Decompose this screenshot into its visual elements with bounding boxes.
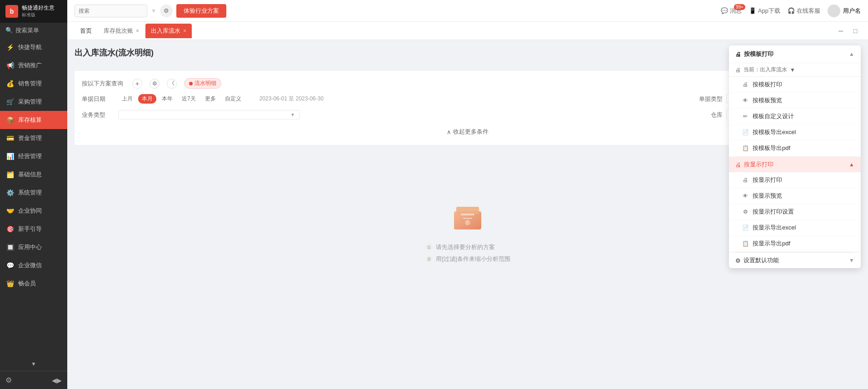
tab-flow-label: 出入库流水 <box>151 27 180 35</box>
sidebar-item-label: 畅会员 <box>18 279 36 288</box>
print-dropdown-up-arrow[interactable]: ▲ <box>849 51 854 57</box>
quick-nav-icon: ⚡ <box>5 43 15 52</box>
app-download-btn[interactable]: 📱 App下载 <box>749 7 780 15</box>
sidebar-item-business[interactable]: 📊 经营管理 <box>0 147 67 165</box>
sidebar-item-wechat[interactable]: 💬 企业微信 <box>0 256 67 274</box>
template-customize-icon: ✏ <box>742 113 749 120</box>
print-sub-icon: 🖨 <box>735 67 741 73</box>
sidebar-item-sales[interactable]: 💰 销售管理 <box>0 75 67 93</box>
topbar-search-input[interactable] <box>75 5 147 17</box>
industry-btn[interactable]: 体验行业方案 <box>176 4 226 18</box>
tip-item-1: ① 请先选择要分析的方案 <box>425 243 510 251</box>
display-settings-label: 按显示打印设置 <box>753 208 794 216</box>
sidebar-item-quick-nav[interactable]: ⚡ 快捷导航 <box>0 38 67 56</box>
filter-add-btn[interactable]: + <box>132 79 142 89</box>
filter-settings-btn[interactable]: ⚙ <box>150 79 160 89</box>
user-avatar <box>828 5 840 17</box>
message-btn[interactable]: 💬 消息 99+ <box>721 7 742 15</box>
tab-batch-close[interactable]: × <box>136 28 139 34</box>
settings-gear-icon: ⚙ <box>735 257 741 264</box>
doc-type-label: 单据类型 <box>699 95 723 103</box>
print-display-title: 🖨 按显示打印 <box>735 160 773 169</box>
print-current-arrow[interactable]: ▼ <box>790 67 795 73</box>
sidebar-item-appcenter[interactable]: 🔲 应用中心 <box>0 238 67 256</box>
business-type-select[interactable]: ▼ <box>118 110 300 120</box>
tab-batch-account[interactable]: 库存批次账 × <box>98 24 145 38</box>
print-display-excel-item[interactable]: 📄 按显示导出excel <box>729 220 861 236</box>
date-range: 2023-06-01 至 2023-06-30 <box>259 95 324 103</box>
display-preview-icon: 👁 <box>742 192 749 199</box>
display-section-arrow[interactable]: ▲ <box>849 161 854 168</box>
topbar-dropdown[interactable]: ▼ <box>151 8 156 14</box>
print-template-excel-item[interactable]: 📄 按模板导出excel <box>729 125 861 140</box>
print-display-preview-item[interactable]: 👁 按显示预览 <box>729 188 861 204</box>
template-preview-label: 按模板预览 <box>753 96 782 105</box>
print-current-text: 当前：出入库流水 <box>743 66 787 74</box>
sidebar-item-purchase[interactable]: 🛒 采购管理 <box>0 93 67 111</box>
sidebar-expand-icon[interactable]: ◀▶ <box>52 377 62 384</box>
filter-tag[interactable]: 流水明细 <box>184 78 221 89</box>
sidebar-item-member[interactable]: 👑 畅会员 <box>0 274 67 293</box>
sidebar-item-system[interactable]: ⚙️ 系统管理 <box>0 184 67 202</box>
sidebar-item-label: 新手引导 <box>18 225 42 233</box>
sidebar-search[interactable]: 🔍 搜索菜单 <box>0 23 67 38</box>
marketing-icon: 📢 <box>5 61 15 70</box>
content-area: 出入库流水(流水明细) 🖨 按模板打印 ▲ 📤 导出 🔄 刷新 <box>67 40 868 389</box>
tab-flow-close[interactable]: × <box>183 28 186 34</box>
print-settings-row[interactable]: ⚙ 设置默认功能 ▼ <box>729 252 861 268</box>
sidebar-item-coop[interactable]: 🤝 企业协同 <box>0 202 67 220</box>
empty-icon: ? <box>449 198 486 234</box>
tip-text-2: 用[过滤]条件来缩小分析范围 <box>436 255 510 263</box>
topbar-settings-btn[interactable]: ⚙ <box>160 5 173 17</box>
template-print-label: 按模板打印 <box>753 80 782 89</box>
search-label: 搜索菜单 <box>15 26 39 35</box>
display-print-icon: 🖨 <box>742 176 749 184</box>
business-icon: 📊 <box>5 152 15 161</box>
sidebar-item-label: 营销推广 <box>18 61 42 70</box>
sidebar-scroll-down[interactable]: ▼ <box>31 361 36 367</box>
user-profile-btn[interactable]: 用户名 <box>828 5 861 17</box>
print-display-settings-item[interactable]: ⚙ 按显示打印设置 <box>729 204 861 220</box>
print-template-customize-item[interactable]: ✏ 模板自定义设计 <box>729 109 861 125</box>
sidebar-settings-icon[interactable]: ⚙ <box>5 376 12 384</box>
app-icon: 📱 <box>749 7 756 14</box>
sidebar-item-inventory[interactable]: 📦 库存核算 <box>0 111 67 129</box>
tab-maximize-btn[interactable]: □ <box>850 25 861 36</box>
date-opt-custom[interactable]: 自定义 <box>221 94 245 104</box>
sidebar-item-label: 销售管理 <box>18 80 42 88</box>
tab-minimize-btn[interactable]: ─ <box>835 25 846 36</box>
search-icon: 🔍 <box>5 27 13 34</box>
print-template-preview-item[interactable]: 👁 按模板预览 <box>729 93 861 109</box>
tabs-bar: 首页 库存批次账 × 出入库流水 × ─ □ <box>67 22 868 40</box>
date-opt-year[interactable]: 本年 <box>158 94 176 104</box>
date-opt-current[interactable]: 本月 <box>138 94 156 104</box>
print-template-print-item[interactable]: 🖨 按模板打印 <box>729 77 861 93</box>
sidebar-item-finance[interactable]: 💳 资金管理 <box>0 129 67 147</box>
print-current-header: 🖨 当前：出入库流水 ▼ <box>729 63 861 77</box>
tab-home[interactable]: 首页 <box>75 24 97 38</box>
settings-label-text: 设置默认功能 <box>743 256 779 264</box>
template-excel-label: 按模板导出excel <box>753 128 796 136</box>
date-opt-prev[interactable]: 上月 <box>118 94 136 104</box>
tab-home-label: 首页 <box>80 27 92 35</box>
date-opt-7days[interactable]: 近7天 <box>178 94 200 104</box>
online-service-btn[interactable]: 🎧 在线客服 <box>788 7 820 15</box>
print-display-print-item[interactable]: 🖨 按显示打印 <box>729 172 861 188</box>
print-settings-label: ⚙ 设置默认功能 <box>735 256 779 264</box>
print-template-pdf-item[interactable]: 📋 按模板导出pdf <box>729 140 861 156</box>
tab-flow[interactable]: 出入库流水 × <box>145 24 192 38</box>
tip-item-2: ② 用[过滤]条件来缩小分析范围 <box>425 255 510 263</box>
topbar-left: ▼ ⚙ 体验行业方案 <box>75 4 717 18</box>
filter-collapse-btn[interactable]: 《 <box>167 79 177 89</box>
print-display-pdf-item[interactable]: 📋 按显示导出pdf <box>729 236 861 252</box>
sidebar-item-guide[interactable]: 🎯 新手引导 <box>0 220 67 238</box>
tip-num-1: ① <box>425 243 433 251</box>
sidebar-item-marketing[interactable]: 📢 营销推广 <box>0 56 67 75</box>
svg-rect-1 <box>456 207 479 214</box>
sidebar-logo: b 畅捷通好生意 标准版 <box>0 0 67 23</box>
sidebar-item-basic[interactable]: 🗂️ 基础信息 <box>0 165 67 184</box>
svg-text:?: ? <box>466 220 469 225</box>
sidebar-item-label: 企业协同 <box>18 207 42 215</box>
date-options: 上月 本月 本年 近7天 更多 自定义 <box>118 94 245 104</box>
date-opt-more[interactable]: 更多 <box>201 94 219 104</box>
